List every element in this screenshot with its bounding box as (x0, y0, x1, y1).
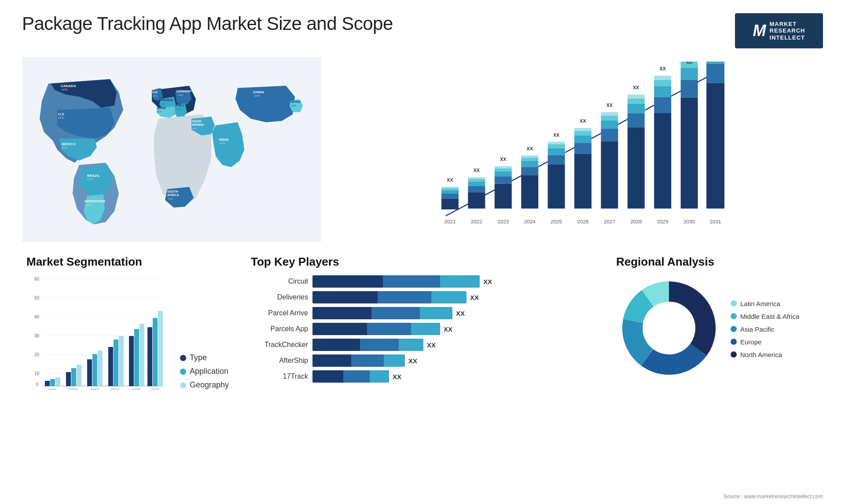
svg-rect-145 (153, 318, 158, 386)
svg-rect-134 (98, 351, 103, 386)
svg-text:AFRICA: AFRICA (167, 194, 179, 197)
svg-text:XX: XX (633, 85, 639, 90)
logo-letter: M (753, 22, 766, 40)
svg-rect-105 (706, 83, 724, 208)
svg-text:U.K.: U.K. (152, 91, 158, 94)
svg-text:2025: 2025 (551, 219, 562, 224)
asiapacific-label: Asia Pacific (740, 325, 775, 333)
svg-text:2022: 2022 (69, 388, 78, 390)
svg-rect-35 (441, 199, 459, 209)
svg-rect-142 (140, 324, 144, 386)
svg-text:SPAIN: SPAIN (157, 106, 166, 110)
svg-rect-126 (55, 377, 60, 386)
player-label-deliveries: XX (470, 294, 479, 301)
player-bar-parcelarrive: XX (312, 307, 594, 319)
player-name-deliveries: Deliveries (251, 293, 308, 301)
svg-rect-88 (628, 95, 645, 99)
svg-rect-58 (521, 161, 538, 167)
svg-rect-133 (92, 354, 97, 386)
svg-text:2021: 2021 (444, 219, 456, 224)
svg-text:xx%: xx% (192, 127, 197, 130)
svg-text:2031: 2031 (710, 219, 721, 224)
player-name-parcelsapp: Parcels App (251, 325, 308, 333)
northamerica-label: North America (740, 351, 782, 358)
svg-point-153 (644, 303, 694, 353)
svg-text:2029: 2029 (657, 219, 669, 224)
svg-text:XX: XX (447, 177, 453, 183)
svg-text:INDIA: INDIA (219, 138, 229, 142)
svg-rect-125 (50, 379, 55, 386)
svg-rect-95 (654, 76, 671, 80)
svg-text:20: 20 (34, 352, 40, 357)
player-row-trackchecker: TrackChecker XX (251, 339, 594, 351)
svg-text:xx%: xx% (58, 116, 64, 119)
player-bar-parcelsapp: XX (312, 323, 594, 335)
svg-text:2030: 2030 (683, 219, 695, 224)
svg-rect-106 (706, 64, 724, 83)
europe-dot (731, 339, 737, 345)
player-name-aftership: AfterShip (251, 357, 308, 365)
bottom-grid: Market Segmentation 60 50 40 30 20 10 0 (22, 251, 823, 394)
svg-rect-100 (681, 68, 698, 80)
svg-rect-60 (521, 155, 538, 157)
svg-rect-45 (468, 179, 485, 182)
player-row-17track: 17Track XX (251, 370, 594, 383)
svg-rect-85 (628, 113, 645, 128)
europe-label: Europe (740, 338, 761, 346)
player-bar-aftership: XX (312, 354, 594, 367)
svg-text:xx%: xx% (62, 146, 67, 149)
player-row-aftership: AfterShip XX (251, 354, 594, 367)
players-title: Top Key Players (251, 255, 594, 269)
svg-text:60: 60 (34, 277, 40, 281)
svg-text:SAUDI: SAUDI (192, 120, 202, 123)
asiapacific-dot (731, 326, 737, 332)
player-label-parcelsapp: XX (444, 325, 452, 333)
svg-rect-37 (441, 190, 459, 194)
regional-legend: Latin America Middle East & Africa Asia … (731, 300, 799, 358)
svg-rect-49 (495, 184, 512, 209)
players-list: Circuit XX Deliveries (251, 275, 594, 383)
svg-rect-56 (521, 175, 538, 208)
logo-text: MARKET RESEARCH INTELLECT (770, 21, 805, 41)
svg-rect-70 (574, 153, 592, 208)
svg-text:XX: XX (527, 146, 533, 151)
svg-text:XX: XX (553, 132, 560, 138)
svg-text:xx%: xx% (87, 178, 93, 181)
svg-text:xx%: xx% (254, 94, 260, 97)
svg-rect-79 (601, 120, 618, 128)
svg-rect-78 (601, 129, 618, 141)
svg-text:CANADA: CANADA (61, 84, 76, 88)
svg-text:2028: 2028 (630, 219, 642, 224)
latin-dot (731, 300, 737, 307)
segmentation-section: Market Segmentation 60 50 40 30 20 10 0 (22, 251, 233, 394)
svg-text:2024: 2024 (524, 219, 536, 224)
legend-type-label: Type (190, 353, 207, 362)
svg-rect-44 (468, 182, 485, 186)
regional-title: Regional Analysis (616, 255, 819, 269)
player-bar-trackchecker: XX (312, 339, 594, 351)
header: Package Tracking App Market Size and Sco… (22, 13, 823, 48)
reg-legend-latin: Latin America (731, 300, 799, 307)
player-row-deliveries: Deliveries XX (251, 291, 594, 303)
player-bar-circuit: XX (312, 275, 594, 288)
svg-text:CHINA: CHINA (253, 90, 265, 94)
player-bar-17track: XX (312, 370, 594, 383)
svg-rect-136 (108, 347, 113, 386)
svg-rect-67 (548, 142, 565, 144)
svg-rect-129 (71, 368, 76, 386)
svg-rect-53 (495, 166, 512, 168)
svg-text:JAPAN: JAPAN (290, 100, 301, 103)
player-name-parcelarrive: Parcel Arrive (251, 309, 308, 317)
svg-rect-98 (681, 98, 698, 208)
svg-text:xx%: xx% (178, 94, 184, 96)
svg-rect-81 (601, 112, 618, 116)
svg-text:xx%: xx% (168, 197, 173, 200)
svg-text:XX: XX (580, 118, 586, 124)
player-row-parcelsapp: Parcels App XX (251, 323, 594, 335)
page-title: Package Tracking App Market Size and Sco… (22, 13, 393, 34)
svg-rect-72 (574, 135, 592, 143)
svg-rect-124 (45, 381, 50, 386)
svg-rect-46 (468, 177, 485, 179)
svg-rect-132 (87, 359, 92, 386)
svg-text:FRANCE: FRANCE (160, 99, 173, 102)
